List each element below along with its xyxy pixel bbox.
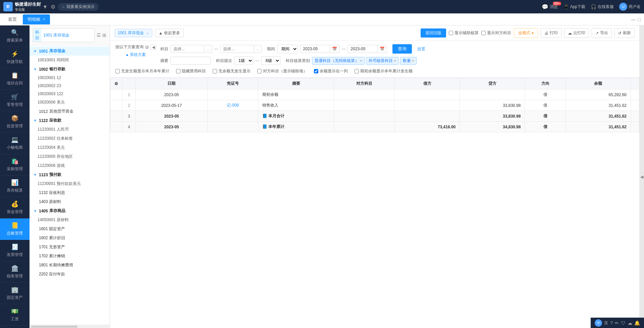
online-service-btn[interactable]: 🎧 在线客服	[591, 4, 614, 10]
filter-settings-link[interactable]: 设置	[417, 46, 425, 52]
tree-item-10020001[interactable]: 10020001 12	[30, 74, 110, 82]
demo-link[interactable]: ○ 我要看实例演示	[58, 3, 99, 11]
tab-home[interactable]: 首页	[3, 14, 21, 24]
scheme-settings-icon[interactable]: ⚙	[145, 45, 149, 50]
refresh-btn[interactable]: ↺ 刷新	[614, 28, 635, 38]
level-end-select[interactable]: 6级	[261, 56, 280, 65]
sidebar-item-wholesale[interactable]: 📦 批发管理	[0, 111, 30, 133]
tree-item-2202[interactable]: 2202 应付年款	[30, 270, 110, 279]
check-init-balance[interactable]: 期初余额显示本年累计发生额	[355, 68, 413, 74]
summary-input[interactable]	[170, 57, 211, 65]
tree-toggle-1405[interactable]: ▾	[34, 209, 38, 213]
period-type-select[interactable]: 期间	[277, 45, 298, 53]
tree-horizontal-scroll[interactable]	[30, 325, 110, 328]
tree-item-1122[interactable]: ▾ 1122 应收款	[30, 116, 110, 125]
filter-tag-ordinary-close[interactable]: ×	[360, 59, 362, 63]
period-end-calendar-icon[interactable]: 📅	[377, 45, 387, 53]
tree-toggle-1123[interactable]: ▾	[34, 173, 38, 177]
tree-toggle-1122[interactable]: ▾	[34, 119, 38, 122]
level-start-select[interactable]: 1级	[234, 56, 253, 65]
tree-item-1403[interactable]: 1403 原材料	[30, 197, 110, 206]
query-btn[interactable]: 查询	[392, 44, 412, 54]
cb-no-balance[interactable]	[213, 69, 217, 73]
sidebar-item-salary[interactable]: 💵 工资	[0, 304, 30, 326]
tree-item-1602[interactable]: 1602 累计折旧	[30, 234, 110, 243]
window-maximize-icon[interactable]: □	[638, 17, 641, 22]
tree-item-10020002[interactable]: 10020002 23	[30, 82, 110, 90]
period-end-input[interactable]	[348, 45, 377, 53]
table-settings-icon[interactable]: ⚙	[114, 81, 118, 86]
tab-detail[interactable]: 明细账 ✕	[23, 14, 50, 24]
subject-tag-arrow-icon[interactable]: →	[145, 31, 149, 36]
tree-item-10020006[interactable]: 10020006 美元	[30, 98, 110, 107]
settings-icon[interactable]: ⚙	[51, 4, 55, 10]
subject-end-more-icon[interactable]: ...	[254, 46, 261, 52]
tree-item-1001[interactable]: ▾ 1001 库存现金	[30, 47, 110, 56]
bottom-edit-icon[interactable]: ✏	[615, 320, 619, 326]
lang-cn-btn[interactable]: 中	[595, 319, 602, 327]
bottom-shield-icon[interactable]: 🛡	[621, 320, 626, 326]
scheme-collapse-icon[interactable]: ◀	[151, 45, 156, 50]
show-aux-check[interactable]: 显示辅助核算	[449, 30, 479, 36]
app-download-btn[interactable]: 📱 App下载	[563, 4, 585, 10]
cb-no-balance-monthly[interactable]	[115, 69, 120, 73]
show-contra-check[interactable]: 显示对方科目	[481, 30, 511, 36]
tab-close-icon[interactable]: ✕	[43, 17, 45, 21]
tree-item-1701[interactable]: 1701 无形资产	[30, 243, 110, 252]
user-avatar[interactable]: U 用户名	[619, 3, 641, 11]
tree-item-1123[interactable]: ▾ 1123 预付款	[30, 170, 110, 179]
sidebar-item-tax[interactable]: 🏛️ 税务管理	[0, 261, 30, 283]
row2-voucher[interactable]: 记-006	[207, 100, 258, 111]
filter-tag-foreign-close[interactable]: ×	[394, 59, 396, 63]
tree-item-1002[interactable]: ▾ 1002 银行存款	[30, 65, 110, 74]
tree-toggle-1001[interactable]: ▾	[34, 49, 38, 53]
tree-search-input[interactable]	[41, 32, 95, 39]
sidebar-item-search[interactable]: 🔍 搜索菜单	[0, 25, 30, 47]
sidebar-item-operation[interactable]: 📈 经营管理	[0, 326, 30, 328]
app-dropdown-icon[interactable]: ▾	[44, 3, 47, 10]
tree-item-1132[interactable]: 1132 应收利息	[30, 188, 110, 197]
sidebar-item-project[interactable]: 📋 项目合同	[0, 68, 30, 90]
lang-en-btn[interactable]: 英	[604, 320, 608, 326]
check-no-balance[interactable]: 无余额无发生显示	[213, 68, 251, 74]
check-no-balance-monthly[interactable]: 无发生额显示本月本年累计	[115, 68, 169, 74]
tree-list-icon[interactable]: ☰	[97, 32, 101, 38]
show-aux-checkbox[interactable]	[449, 31, 453, 35]
expand-more-btn[interactable]: ▲ 收起更多	[155, 29, 184, 37]
period-start-input[interactable]	[300, 45, 330, 53]
tree-item-11220001[interactable]: 11220001 人民币	[30, 125, 110, 134]
period-start-calendar-icon[interactable]: 📅	[330, 45, 339, 53]
sidebar-item-ecommerce[interactable]: 💻 小畅电商	[0, 133, 30, 154]
tree-item-11220004[interactable]: 11220004 美元	[30, 143, 110, 152]
tree-expand-icon[interactable]: ⊞	[102, 32, 106, 38]
amount-format-btn[interactable]: 金额式 ▾	[514, 28, 538, 38]
cb-init-balance[interactable]	[355, 69, 359, 73]
sidebar-item-retail[interactable]: 🛒 零售管理	[0, 90, 30, 111]
tree-toggle-1002[interactable]: ▾	[34, 67, 38, 71]
sidebar-item-assets[interactable]: 🏢 固定资产	[0, 283, 30, 304]
sidebar-item-purchase[interactable]: 🛍️ 采购管理	[0, 154, 30, 176]
message-btn[interactable]: 💬 消息 99+	[542, 4, 558, 10]
tree-item-1801[interactable]: 1801 长期待摊费用	[30, 261, 110, 270]
check-balance-one-col[interactable]: 余额显示在一列	[314, 68, 348, 74]
system-scheme-btn[interactable]: ● 系统方案	[124, 51, 147, 58]
show-contra-checkbox[interactable]	[481, 31, 486, 35]
subject-start-input[interactable]	[171, 45, 204, 53]
tree-item-1012[interactable]: 1012 其他货币资金	[30, 107, 110, 116]
cb-balance-one-col[interactable]	[314, 69, 318, 73]
amount-format-dropdown-icon[interactable]: ▾	[532, 31, 534, 36]
cloud-print-btn[interactable]: ☁ 云打印	[564, 28, 589, 38]
voucher-link[interactable]: 记-006	[227, 103, 239, 108]
return-old-btn[interactable]: 退回旧版	[421, 28, 446, 38]
check-contra[interactable]: 对方科目（显示辅助项）	[257, 68, 307, 74]
sidebar-item-inventory[interactable]: 📊 库存核算	[0, 176, 30, 197]
tree-item-14050001[interactable]: 14050001 原材料	[30, 215, 110, 224]
sidebar-item-finance[interactable]: 💰 资金管理	[0, 197, 30, 218]
sidebar-item-ledger[interactable]: 📒 总账管理	[0, 218, 30, 240]
check-hide-disabled[interactable]: 隐藏禁用科目	[176, 68, 206, 74]
cb-contra[interactable]	[257, 69, 262, 73]
window-minimize-icon[interactable]: —	[631, 17, 636, 22]
tree-subject-tag[interactable]: 科目	[33, 28, 41, 42]
tree-item-1405[interactable]: ▾ 1405 库存商品	[30, 206, 110, 215]
sidebar-item-quicknav[interactable]: ⚡ 快捷导航	[0, 47, 30, 68]
